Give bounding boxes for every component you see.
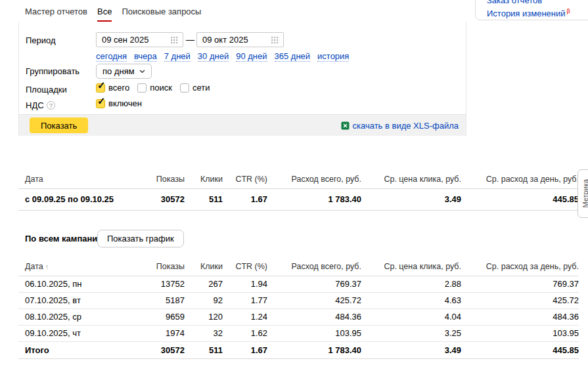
period-label: Период [26, 35, 56, 45]
calendar-icon[interactable] [171, 36, 179, 44]
total-avg-daily-cost-cell: 445.85 [461, 341, 579, 358]
summary-row: с 09.09.25 по 09.10.25 30572 511 1.67 1 … [18, 188, 579, 210]
grouping-select[interactable]: по дням [96, 64, 152, 79]
quick-link-today[interactable]: сегодня [96, 51, 127, 62]
quick-link-365-days[interactable]: 365 дней [275, 51, 311, 62]
column-header-ctr: CTR (%) [223, 169, 267, 188]
form-footer: Показать скачать в виде XLS-файла [19, 114, 466, 136]
summary-table: Дата Показы Клики CTR (%) Расход всего, … [18, 169, 579, 211]
clicks-cell: 92 [185, 292, 223, 308]
column-header-date: Дата [18, 169, 147, 188]
total-cost-cell: 769.37 [267, 276, 361, 292]
quick-link-30-days[interactable]: 30 дней [198, 51, 229, 62]
summary-clicks-cell: 511 [185, 188, 223, 210]
checkbox-label: сети [192, 83, 210, 93]
date-cell: 08.10.2025, ср [18, 308, 147, 325]
impressions-cell: 1974 [147, 325, 185, 341]
checkbox-unchecked-icon [137, 83, 147, 93]
column-header-ctr[interactable]: CTR (%) [223, 259, 267, 276]
clicks-cell: 120 [185, 308, 223, 325]
platforms-label: Площадки [26, 85, 67, 95]
ctr-cell: 1.94 [223, 276, 267, 292]
summary-impressions-cell: 30572 [147, 188, 185, 210]
date-cell: 06.10.2025, пн [18, 276, 147, 292]
column-header-total-cost: Расход всего, руб. [267, 169, 361, 188]
menu-item-change-history[interactable]: История измененийβ [487, 6, 588, 17]
platforms-option-networks[interactable]: сети [180, 83, 210, 93]
total-label-cell: Итого [18, 341, 147, 358]
date-from-input[interactable]: 09 сен 2025 [96, 32, 183, 47]
quick-link-90-days[interactable]: 90 дней [236, 51, 267, 62]
beta-badge: β [567, 8, 570, 14]
date-to-input[interactable]: 09 окт 2025 [196, 32, 284, 47]
avg-daily-cost-cell: 769.37 [461, 276, 579, 292]
chevron-down-icon [139, 70, 145, 74]
summary-ctr-cell: 1.67 [223, 188, 267, 210]
tab-all[interactable]: Все [97, 7, 112, 17]
quick-link-yesterday[interactable]: вчера [134, 51, 157, 62]
report-filter-form: Период 09 сен 2025 — 09 окт 2025 сегодня… [18, 22, 466, 136]
date-to-value: 09 окт 2025 [202, 35, 271, 45]
avg-daily-cost-cell: 484.36 [461, 308, 579, 325]
date-cell: 09.10.2025, чт [18, 325, 147, 341]
excel-icon [341, 121, 350, 130]
daily-table: Дата↑ Показы Клики CTR (%) Расход всего,… [18, 259, 579, 359]
total-row: Итого 30572 511 1.67 1 783.40 3.49 445.8… [18, 341, 579, 358]
tab-report-wizard[interactable]: Мастер отчетов [25, 7, 87, 17]
quick-link-7-days[interactable]: 7 дней [164, 51, 191, 62]
column-header-date-sortable[interactable]: Дата↑ [18, 259, 147, 276]
summary-total-cost-cell: 1 783.40 [267, 188, 361, 210]
checkbox-checked-icon [96, 83, 105, 93]
summary-avg-cpc-cell: 3.49 [361, 188, 461, 210]
campaigns-section-title: По всем кампаниям [25, 234, 109, 244]
avg-cpc-cell: 4.63 [361, 292, 461, 308]
avg-cpc-cell: 4.04 [361, 308, 461, 325]
column-header-clicks[interactable]: Клики [185, 259, 223, 276]
avg-daily-cost-cell: 425.72 [461, 292, 579, 308]
platforms-option-total[interactable]: всего [96, 83, 129, 93]
menu-item-order-reports[interactable]: Заказ отчетов [487, 0, 588, 6]
ctr-cell: 1.77 [223, 292, 267, 308]
column-header-total-cost[interactable]: Расход всего, руб. [267, 259, 361, 276]
summary-header-row: Дата Показы Клики CTR (%) Расход всего, … [18, 169, 579, 188]
table-row: 08.10.2025, ср 9659 120 1.24 484.36 4.04… [18, 308, 579, 325]
metrica-side-tab[interactable]: Метрика [577, 169, 588, 218]
download-xls-link[interactable]: скачать в виде XLS-файла [341, 121, 459, 131]
checkbox-checked-icon [96, 99, 105, 108]
help-icon[interactable] [47, 101, 55, 110]
daily-header-row: Дата↑ Показы Клики CTR (%) Расход всего,… [18, 259, 579, 276]
grouping-label: Группировать [26, 66, 79, 76]
grouping-value: по дням [102, 66, 135, 76]
column-header-avg-daily-cost[interactable]: Ср. расход за день, руб. [461, 259, 579, 276]
table-row: 06.10.2025, пн 13752 267 1.94 769.37 2.8… [18, 276, 579, 292]
download-xls-label: скачать в виде XLS-файла [353, 121, 459, 131]
total-cost-cell: 425.72 [267, 292, 361, 308]
summary-avg-daily-cost-cell: 445.85 [461, 188, 579, 210]
platforms-option-search[interactable]: поиск [137, 83, 172, 93]
metrica-side-tab-label: Метрика [581, 179, 588, 208]
vat-option-included[interactable]: включен [96, 98, 142, 108]
calendar-icon[interactable] [271, 36, 279, 44]
total-cost-cell: 484.36 [267, 308, 361, 325]
table-row: 09.10.2025, чт 1974 32 1.62 103.95 3.25 … [18, 325, 579, 341]
checkbox-label: всего [108, 83, 129, 93]
column-header-impressions[interactable]: Показы [147, 259, 185, 276]
show-button[interactable]: Показать [30, 117, 88, 133]
total-impressions-cell: 30572 [147, 341, 185, 358]
tab-search-queries[interactable]: Поисковые запросы [122, 7, 201, 17]
vat-option-row: включен [96, 98, 142, 108]
column-header-impressions: Показы [147, 169, 185, 188]
checkbox-label: поиск [150, 83, 172, 93]
column-header-avg-cpc[interactable]: Ср. цена клика, руб. [361, 259, 461, 276]
platforms-options: всего поиск сети [96, 83, 210, 93]
avg-cpc-cell: 2.88 [361, 276, 461, 292]
impressions-cell: 5187 [147, 292, 185, 308]
ctr-cell: 1.24 [223, 308, 267, 325]
show-chart-button[interactable]: Показать график [97, 230, 184, 247]
quick-link-history[interactable]: история [317, 51, 349, 62]
total-ctr-cell: 1.67 [223, 341, 267, 358]
impressions-cell: 9659 [147, 308, 185, 325]
column-header-clicks: Клики [185, 169, 223, 188]
avg-cpc-cell: 3.25 [361, 325, 461, 341]
table-row: 07.10.2025, вт 5187 92 1.77 425.72 4.63 … [18, 292, 579, 308]
